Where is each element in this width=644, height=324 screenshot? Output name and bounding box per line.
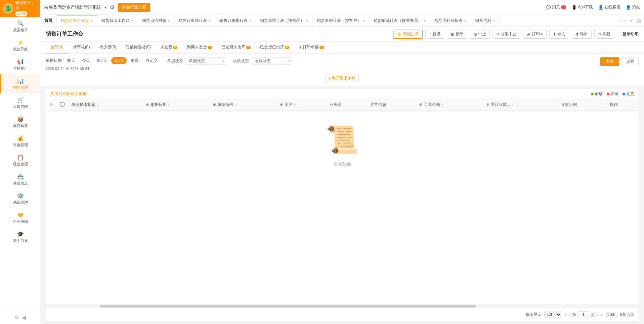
tab-close-icon[interactable]: ✕ xyxy=(362,19,365,23)
export-button[interactable]: ⬆ 导出 xyxy=(572,30,592,39)
tab-sales-stats[interactable]: 销售订单统计表 ✕ xyxy=(175,15,215,27)
ship-button[interactable]: 发货 xyxy=(622,91,634,97)
tab-prev-icon[interactable]: ‹ xyxy=(619,18,623,24)
tab-close-icon[interactable]: ✕ xyxy=(168,19,170,23)
set-button[interactable]: 设置 xyxy=(622,57,639,66)
tab-sales-summary-staff[interactable]: 销货单统计表（按业务员） ✕ xyxy=(370,15,430,27)
detail-checkbox-input[interactable] xyxy=(617,32,621,36)
sidebar-item-inventory[interactable]: 📦 库存核算 xyxy=(0,113,40,132)
page-number-input[interactable] xyxy=(578,311,589,318)
import-button[interactable]: ⬇ 导入 xyxy=(549,30,569,39)
sidebar-item-finance[interactable]: 💰 资金管理 xyxy=(0,132,40,151)
tab-sales-gross[interactable]: 销售毛利 ✕ xyxy=(471,15,500,27)
tab-close-icon[interactable]: ✕ xyxy=(492,19,495,23)
delete-button[interactable]: 🗑 删除 xyxy=(447,30,467,39)
review-button[interactable]: 审核 xyxy=(591,91,603,97)
tab-close-icon[interactable]: ✕ xyxy=(90,19,93,23)
messages-btn[interactable]: 💬 消息 6 xyxy=(546,4,566,10)
tab-sales-summary-product[interactable]: 销货单统计表（按商品） ✕ xyxy=(256,15,313,27)
sub-tab-not-shipped[interactable]: 未发货0 xyxy=(156,42,182,53)
topbar-settings-icon[interactable]: ⚙ xyxy=(110,4,115,10)
sidebar-item-quick-nav[interactable]: ⚡ 快捷导航 xyxy=(0,36,40,55)
table-scroll[interactable]: ⚙ 单据整体状态 ⇅ ⊕ 单据日期 ⇅ ⊕ 单据 xyxy=(46,99,638,304)
sub-tab-shipped-not-out[interactable]: 已发货未出库0 xyxy=(217,42,255,53)
select-all-checkbox[interactable] xyxy=(60,102,65,107)
tab-sales-exec[interactable]: 销售订单执行表 ✕ xyxy=(215,15,256,27)
sidebar-item-search[interactable]: 🔍 搜索菜单 xyxy=(0,17,40,36)
sidebar-item-base-info[interactable]: 📇 基础信息 xyxy=(0,170,40,189)
tab-cash-daily[interactable]: 钱货日清工作台 ✕ xyxy=(97,15,138,27)
sidebar-item-sales[interactable]: 📊 销售管理 xyxy=(0,74,40,93)
sub-tab-pending-inspect[interactable]: 待拣货(0) xyxy=(94,42,121,53)
tab-sales-workbench[interactable]: 销售订单工作台 ✕ xyxy=(57,15,97,27)
tab-expand-icon[interactable]: ⬜ xyxy=(635,18,643,24)
sort-icon[interactable]: ⇅ xyxy=(235,103,238,107)
tab-sales-summary-customer[interactable]: 销货单统计表（按客户） ✕ xyxy=(313,15,370,27)
date-custom[interactable]: 自定义 xyxy=(143,57,160,64)
abandon-review-button[interactable]: 弃审 xyxy=(607,91,618,97)
date-today[interactable]: 今天 xyxy=(79,57,93,64)
message-count: 6 xyxy=(561,5,566,9)
date-7days[interactable]: 近7天 xyxy=(94,57,110,64)
sort-icon[interactable]: ⇅ xyxy=(96,103,99,107)
horizontal-scrollbar[interactable] xyxy=(46,304,638,308)
sort-icon[interactable]: ⇅ xyxy=(168,103,170,107)
topbar-dropdown-icon[interactable]: ▾ xyxy=(104,5,106,10)
sidebar-item-guide[interactable]: 🎓 新手引导 xyxy=(0,228,40,247)
date-more[interactable]: 更多 xyxy=(128,57,141,64)
tab-close-icon[interactable]: ✕ xyxy=(306,19,308,23)
payment-select[interactable]: 收款状态 xyxy=(252,57,292,65)
sub-tab-overdue[interactable]: 到期未发货0 xyxy=(182,42,217,53)
online-service-btn[interactable]: 👤 在线客服 xyxy=(598,4,620,10)
print-button[interactable]: 🖨 打印 ▾ xyxy=(523,30,547,39)
tab-close-icon[interactable]: ✕ xyxy=(249,19,252,23)
app-download-btn[interactable]: 📱 App下载 xyxy=(572,4,593,10)
trash-icon: 🗑 xyxy=(450,32,455,37)
sidebar-item-operations[interactable]: 📋 经营管理 xyxy=(0,151,40,170)
col-settings[interactable]: ⚙ xyxy=(46,99,57,111)
sidebar-item-system[interactable]: ⚙️ 系统管理 xyxy=(0,189,40,208)
sort-icon[interactable]: ⇅ xyxy=(294,103,296,107)
tab-close-icon[interactable]: ✕ xyxy=(464,19,467,23)
sub-tab-not-printed[interactable]: 未打印单据0 xyxy=(294,42,329,53)
sub-tab-all[interactable]: 全部(0) xyxy=(46,42,68,53)
add-button[interactable]: + 新增 xyxy=(425,30,444,39)
sort-icon[interactable]: ⇅ xyxy=(441,103,444,107)
tab-close-icon[interactable]: ✕ xyxy=(208,19,211,23)
page-last-btn[interactable]: » xyxy=(600,312,603,317)
topbar-action-button[interactable]: 体验行业方案 xyxy=(118,3,150,12)
sort-icon[interactable]: ⇅ xyxy=(511,103,514,107)
sidebar-item-cooperation[interactable]: 🤝 企业协同 xyxy=(0,208,40,228)
query-button[interactable]: 查询 xyxy=(600,57,619,66)
settings-icon[interactable]: ⚙ xyxy=(14,314,19,321)
tab-gross-profit[interactable]: 商品毛利分析表 ✕ xyxy=(430,15,471,27)
date-yesterday[interactable]: 昨天 xyxy=(65,57,78,64)
sidebar-item-purchase[interactable]: 🛒 采购管理 xyxy=(0,93,40,113)
tab-next-icon[interactable]: › xyxy=(624,18,628,24)
tab-close-icon[interactable]: ✕ xyxy=(423,19,426,23)
stop-button[interactable]: ⊘ 中止 xyxy=(470,30,490,39)
page-size-select[interactable]: 50100200 xyxy=(544,311,561,318)
tab-close-icon[interactable]: ✕ xyxy=(131,19,134,23)
sub-tab-wangpu[interactable]: 旺铺待发货(0) xyxy=(121,42,156,53)
refresh-button[interactable]: ↻ 刷新 xyxy=(594,30,614,39)
user-btn[interactable]: 👤 用友 xyxy=(626,4,640,10)
collapse-icon[interactable]: ◀ xyxy=(22,314,26,321)
sidebar-item-marketing[interactable]: 📢 营销推广 xyxy=(0,55,40,74)
tab-close-all-icon[interactable]: ✕ xyxy=(628,18,634,24)
ai-generate-button[interactable]: ⭐ 智能生单 xyxy=(393,30,423,39)
page-first-btn[interactable]: « xyxy=(564,312,566,317)
status-select[interactable]: 单据状态 xyxy=(186,57,226,65)
page-prev-btn[interactable]: ‹ xyxy=(569,312,570,317)
date-1month[interactable]: 近1月 xyxy=(111,57,127,64)
sub-tab-pending-review[interactable]: 待审核(0) xyxy=(68,42,95,53)
sub-tab-shipped-out[interactable]: 已发货已出库0 xyxy=(255,42,294,53)
tab-cash-reconcile[interactable]: 钱货日清对账 ✕ xyxy=(138,15,175,27)
expand-filter-button[interactable]: ▾ 展开更多条件 xyxy=(326,74,359,82)
col-checkbox[interactable] xyxy=(57,99,68,111)
tab-home[interactable]: 首页 xyxy=(40,15,57,27)
show-detail-checkbox[interactable]: 显示明细 xyxy=(617,31,639,37)
scrollbar-thumb[interactable] xyxy=(100,305,476,308)
cancel-stop-button[interactable]: ↺ 取消中止 xyxy=(492,30,520,39)
page-next-btn[interactable]: › xyxy=(597,312,598,317)
